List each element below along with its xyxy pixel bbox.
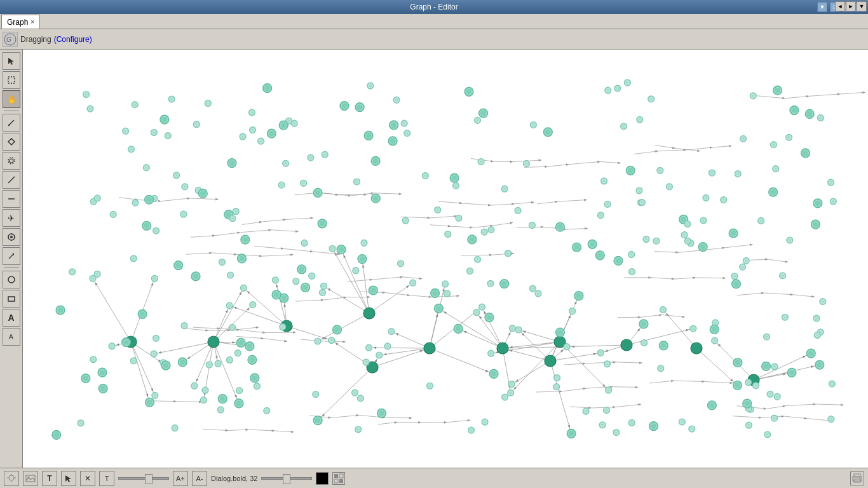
color-selector[interactable] [316, 472, 329, 485]
tabbar: Graph × ◄ ► ▼ [0, 14, 868, 29]
svg-rect-34 [339, 474, 343, 478]
svg-rect-22 [8, 297, 15, 301]
svg-point-25 [9, 475, 14, 480]
arrow-tool[interactable]: ✈ [3, 209, 20, 227]
left-slider-track [118, 477, 169, 480]
svg-marker-7 [8, 139, 15, 145]
svg-point-13 [10, 236, 13, 238]
select-tool[interactable] [3, 52, 20, 70]
cursor-button[interactable] [61, 471, 76, 486]
svg-rect-33 [334, 474, 338, 478]
svg-point-21 [8, 276, 15, 283]
right-slider-thumb[interactable] [283, 474, 290, 484]
tab-close-button[interactable]: × [31, 18, 34, 25]
svg-text:✋: ✋ [8, 95, 16, 104]
text-small-tool[interactable]: A [3, 328, 20, 346]
tool-separator-1 [4, 111, 19, 111]
text-label-button[interactable]: T [99, 471, 114, 486]
svg-line-10 [8, 177, 15, 183]
svg-text:✈: ✈ [8, 214, 15, 222]
print-button[interactable] [850, 471, 864, 485]
tool-separator-2 [4, 268, 19, 268]
image-button[interactable] [23, 471, 38, 486]
connect-tool[interactable] [3, 247, 20, 265]
light-button[interactable] [4, 471, 19, 486]
svg-rect-3 [8, 77, 15, 83]
right-slider[interactable] [261, 473, 312, 484]
line-tool[interactable] [3, 171, 20, 189]
font-name-label: Dialog.bold, 32 [211, 475, 257, 482]
svg-rect-30 [26, 475, 35, 482]
svg-point-40 [859, 478, 860, 479]
x-button[interactable]: ✕ [80, 471, 95, 486]
svg-rect-35 [334, 479, 338, 483]
left-toolbar: ✋ ✈ [0, 50, 23, 468]
svg-marker-32 [65, 475, 71, 482]
svg-point-8 [10, 159, 13, 163]
left-slider-thumb[interactable] [145, 474, 153, 484]
pattern-button[interactable] [332, 472, 345, 485]
font-increase-button[interactable]: A+ [173, 471, 188, 486]
circle-bottom-tool[interactable] [3, 271, 20, 288]
text-button[interactable]: T [42, 471, 57, 486]
svg-text:G: G [6, 36, 11, 43]
tab-navigation: ◄ ► ▼ [835, 1, 867, 11]
main-toolbar: G Dragging (Configure) [0, 29, 868, 50]
text-large-tool[interactable]: A [3, 309, 20, 327]
select-rect-tool[interactable] [3, 71, 20, 89]
diamond-tool[interactable] [3, 133, 20, 151]
pencil-tool[interactable] [3, 114, 20, 132]
titlebar-title: Graph - Editor [410, 3, 458, 11]
right-slider-track [261, 477, 312, 480]
tab-dropdown-button[interactable]: ▼ [857, 1, 867, 11]
diagonal-tool[interactable] [3, 190, 20, 208]
tab-next-button[interactable]: ► [846, 1, 856, 11]
graph-tab[interactable]: Graph × [1, 15, 40, 29]
rect-bottom-tool[interactable] [3, 290, 20, 308]
content-area: ✋ ✈ [0, 50, 868, 468]
bottom-toolbar: T ✕ T A+ A- Dialog.bold, 32 [0, 468, 868, 488]
tab-prev-button[interactable]: ◄ [835, 1, 845, 11]
app-logo: G [3, 32, 18, 47]
main-layout: G Dragging (Configure) ✋ [0, 29, 868, 488]
svg-rect-36 [339, 479, 343, 483]
gear-tool[interactable] [3, 152, 20, 170]
settings-tool[interactable] [3, 228, 20, 246]
drag-tool[interactable]: ✋ [3, 90, 20, 108]
font-decrease-button[interactable]: A- [192, 471, 207, 486]
svg-marker-2 [8, 58, 14, 65]
configure-link[interactable]: (Configure) [54, 35, 92, 44]
toolbar-status: Dragging [20, 35, 51, 44]
graph-canvas[interactable] [23, 50, 868, 468]
minimize-button[interactable]: ▼ [817, 2, 827, 12]
left-slider[interactable] [118, 473, 169, 484]
titlebar: Graph - Editor ▼ □ ◫ ✕ [0, 0, 868, 14]
tab-label: Graph [7, 18, 28, 27]
